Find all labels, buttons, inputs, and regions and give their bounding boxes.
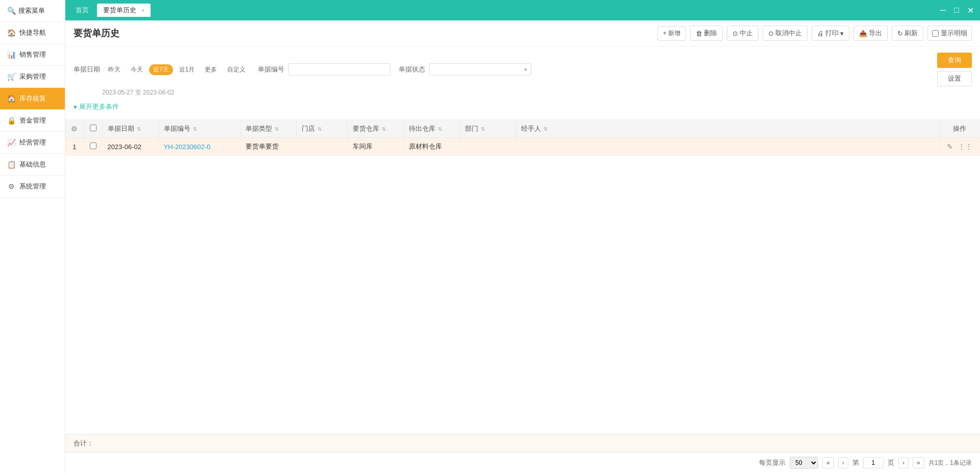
expand-more-button[interactable]: ▾ 展开更多条件: [74, 100, 972, 113]
sort-icon: ⇅: [481, 126, 485, 132]
settings-gear-icon[interactable]: ⚙: [71, 125, 78, 133]
footer-summary: 合计：: [65, 434, 980, 452]
sidebar-item-purchase[interactable]: 🛒 采购管理: [0, 66, 65, 88]
td-wait-warehouse: 原材料仓库: [403, 138, 459, 156]
date-option-more[interactable]: 更多: [201, 64, 221, 75]
th-req-warehouse[interactable]: 要货仓库 ⇅: [347, 120, 403, 138]
select-all-checkbox[interactable]: [90, 125, 96, 131]
th-doc-no-label: 单据编号: [164, 125, 190, 132]
sort-icon: ⇅: [382, 126, 386, 132]
page-unit: 页: [888, 458, 894, 467]
cancel-suspend-icon: ⊙: [768, 30, 774, 37]
doc-no-link[interactable]: YH-20230602-0: [164, 143, 211, 151]
th-dept[interactable]: 部门 ⇅: [459, 120, 516, 138]
tab-req-history[interactable]: 要货单历史 ×: [97, 4, 151, 17]
th-doc-type[interactable]: 单据类型 ⇅: [240, 120, 296, 138]
show-detail-checkbox[interactable]: [932, 30, 939, 37]
table-row[interactable]: 1 2023-06-02 YH-20230602-0 要货单要货 车间库 原材料…: [65, 138, 980, 156]
data-table: ⚙ 单据日期 ⇅ 单据编号 ⇅: [65, 120, 980, 156]
sort-icon: ⇅: [193, 126, 197, 132]
main-area: 首页 要货单历史 × ─ □ ✕ 要货单历史 + 新增 🗑 删除 ⊙: [65, 0, 980, 473]
query-button[interactable]: 查询: [937, 53, 972, 68]
sidebar-item-sales[interactable]: 📊 销售管理: [0, 44, 65, 66]
th-operation-label: 操作: [953, 125, 966, 132]
date-option-yesterday[interactable]: 昨天: [104, 64, 125, 75]
page-size-select[interactable]: 50 10 20 100: [790, 457, 818, 469]
window-minimize-button[interactable]: ─: [938, 5, 948, 16]
edit-icon[interactable]: ✎: [947, 143, 953, 151]
add-button[interactable]: + 新增: [657, 26, 686, 41]
delete-button[interactable]: 🗑 删除: [690, 26, 723, 41]
tab-home-label: 首页: [76, 6, 89, 15]
doc-no-label: 单据编号: [258, 65, 284, 74]
th-check[interactable]: [84, 120, 102, 138]
th-settings[interactable]: ⚙: [65, 120, 84, 138]
sidebar: 🔍 搜索菜单 🏠 快捷导航 📊 销售管理 🛒 采购管理 🏠 库存核算 🔒 资金管…: [0, 0, 65, 473]
th-doc-no[interactable]: 单据编号 ⇅: [158, 120, 240, 138]
print-dropdown-icon: ▾: [840, 30, 844, 37]
th-store-label: 门店: [302, 125, 315, 132]
th-doc-type-label: 单据类型: [246, 125, 272, 132]
content-area: 要货单历史 + 新增 🗑 删除 ⊙ 中止 ⊙ 取消中止 🖨 打印: [65, 20, 980, 473]
sidebar-item-system[interactable]: ⚙ 系统管理: [0, 176, 65, 198]
td-check[interactable]: [84, 138, 102, 156]
page-number-input[interactable]: [863, 457, 884, 468]
th-wait-warehouse[interactable]: 待出仓库 ⇅: [403, 120, 459, 138]
date-option-7days[interactable]: 近7天: [149, 64, 173, 75]
th-doc-date-label: 单据日期: [108, 125, 134, 132]
doc-status-filter-group: 单据状态: [399, 63, 531, 76]
first-page-button[interactable]: «: [822, 457, 834, 468]
doc-no-filter-group: 单据编号: [258, 63, 390, 76]
export-button[interactable]: 📤 导出: [853, 26, 888, 41]
more-action-icon[interactable]: ⋮⋮: [958, 143, 972, 151]
refresh-button[interactable]: ↻ 刷新: [892, 26, 923, 41]
sort-icon: ⇅: [438, 126, 442, 132]
sidebar-item-operations[interactable]: 📈 经营管理: [0, 132, 65, 154]
prev-page-button[interactable]: ‹: [838, 457, 848, 468]
sidebar-item-basic-info[interactable]: 📋 基础信息: [0, 154, 65, 176]
date-option-custom[interactable]: 自定义: [223, 64, 250, 75]
last-page-button[interactable]: »: [913, 457, 924, 468]
th-handler[interactable]: 经手人 ⇅: [516, 120, 939, 138]
doc-no-input[interactable]: [288, 63, 390, 76]
sidebar-item-label: 采购管理: [19, 72, 46, 81]
td-store: [296, 138, 347, 156]
show-detail-button[interactable]: 显示明细: [927, 26, 972, 41]
sidebar-item-label: 系统管理: [19, 182, 46, 191]
cancel-suspend-button[interactable]: ⊙ 取消中止: [763, 26, 807, 41]
th-doc-date[interactable]: 单据日期 ⇅: [102, 120, 158, 138]
pagination: 每页显示 50 10 20 100 « ‹ 第 页 › » 共1页，1条记录: [65, 452, 980, 473]
sidebar-item-label: 经营管理: [19, 138, 46, 147]
td-doc-date: 2023-06-02: [102, 138, 158, 156]
jump-prefix: 第: [852, 458, 859, 467]
sidebar-item-label: 库存核算: [19, 94, 46, 103]
sort-icon: ⇅: [137, 126, 141, 132]
sidebar-item-inventory[interactable]: 🏠 库存核算: [0, 88, 65, 110]
sidebar-search-label: 搜索菜单: [18, 6, 45, 15]
print-button[interactable]: 🖨 打印 ▾: [812, 26, 849, 41]
date-option-1month[interactable]: 近1月: [175, 64, 199, 75]
page-header: 要货单历史 + 新增 🗑 删除 ⊙ 中止 ⊙ 取消中止 🖨 打印: [65, 20, 980, 46]
th-handler-label: 经手人: [521, 125, 541, 132]
tab-home[interactable]: 首页: [69, 4, 95, 17]
window-maximize-button[interactable]: □: [952, 5, 961, 16]
filter-row: 单据日期 昨天 今天 近7天 近1月 更多 自定义 单据编号: [74, 53, 972, 86]
cart-icon: 🛒: [7, 73, 15, 81]
expand-down-icon: ▾: [74, 103, 77, 111]
doc-status-select[interactable]: [429, 63, 531, 76]
window-close-button[interactable]: ✕: [965, 5, 976, 16]
td-dept: [459, 138, 516, 156]
filter-settings-button[interactable]: 设置: [937, 71, 972, 86]
tab-close-icon[interactable]: ×: [141, 7, 144, 13]
sidebar-search[interactable]: 🔍 搜索菜单: [0, 0, 65, 22]
th-store[interactable]: 门店 ⇅: [296, 120, 347, 138]
next-page-button[interactable]: ›: [898, 457, 909, 468]
date-option-today[interactable]: 今天: [127, 64, 147, 75]
doc-status-label: 单据状态: [399, 65, 425, 74]
th-wait-warehouse-label: 待出仓库: [409, 125, 435, 132]
row-checkbox[interactable]: [90, 143, 96, 149]
sidebar-item-quick-nav[interactable]: 🏠 快捷导航: [0, 22, 65, 44]
suspend-button[interactable]: ⊙ 中止: [727, 26, 758, 41]
date-options: 昨天 今天 近7天 近1月 更多 自定义: [104, 64, 250, 75]
sidebar-item-finance[interactable]: 🔒 资金管理: [0, 110, 65, 132]
